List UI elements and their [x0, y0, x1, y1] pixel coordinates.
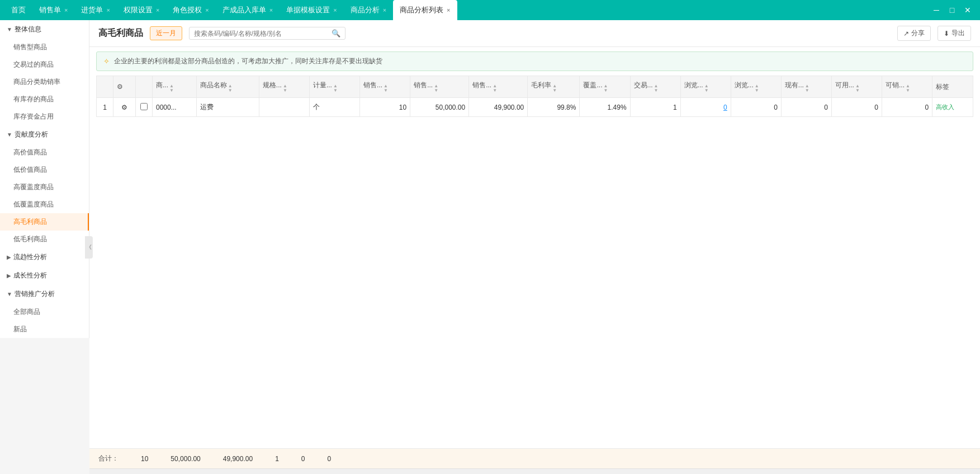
cell-sales_cost-0: 49,900.00	[469, 98, 528, 117]
nav-item-1[interactable]: 销售单×	[32, 0, 74, 20]
sidebar-group-0[interactable]: ▼整体信息	[0, 20, 89, 39]
maximize-btn[interactable]: □	[944, 2, 960, 18]
export-icon: ⬇	[944, 30, 949, 37]
collapse-sidebar-btn[interactable]: 《	[85, 236, 93, 259]
nav-close-7[interactable]: ×	[383, 7, 386, 13]
nav-item-4[interactable]: 角色授权×	[166, 0, 215, 20]
footer-stock-avail: 0	[328, 455, 332, 463]
nav-item-8[interactable]: 商品分析列表×	[393, 0, 457, 20]
col-sales_cost[interactable]: 销售...▲▼	[469, 76, 528, 98]
cell-tag-0: 高收入	[932, 98, 973, 117]
filter-month-btn[interactable]: 近一月	[150, 26, 182, 40]
col-stock_avail[interactable]: 可用...▲▼	[831, 76, 882, 98]
cell-checkbox-0[interactable]	[136, 98, 153, 117]
info-text: 企业的主要的利润都是这部分商品创造的，可考虑加大推广，同时关注库存是不要出现缺货	[114, 57, 382, 66]
bottom-scrollbar[interactable]	[89, 468, 980, 474]
sidebar-item-1-5[interactable]: 低毛利商品	[0, 231, 89, 248]
sidebar-item-0-0[interactable]: 销售型商品	[0, 39, 89, 56]
top-nav: 首页销售单×进货单×权限设置×角色授权×产成品入库单×单据模板设置×商品分析×商…	[0, 0, 980, 20]
sidebar-item-0-1[interactable]: 交易过的商品	[0, 56, 89, 73]
cell-stock_now-0: 0	[781, 98, 831, 117]
nav-item-7[interactable]: 商品分析×	[344, 0, 393, 20]
col-spec[interactable]: 规格...▲▼	[259, 76, 309, 98]
col-checkbox	[136, 76, 153, 98]
sidebar-item-1-3[interactable]: 低覆盖度商品	[0, 196, 89, 213]
nav-close-1[interactable]: ×	[64, 7, 68, 13]
col-browse2[interactable]: 浏览...▲▼	[731, 76, 781, 98]
search-box: 🔍	[189, 27, 345, 40]
minimize-btn[interactable]: ─	[929, 2, 944, 18]
footer-sales-cost: 49,900.00	[223, 455, 253, 463]
nav-item-5[interactable]: 产成品入库单×	[216, 0, 280, 20]
nav-item-6[interactable]: 单据模板设置×	[280, 0, 343, 20]
cell-sales_amt-0: 50,000.00	[410, 98, 469, 117]
table-container: ⚙商...▲▼商品名称▲▼规格...▲▼计量...▲▼销售...▲▼销售...▲…	[89, 76, 980, 448]
col-no	[97, 76, 113, 98]
cell-trade_count-0: 1	[630, 98, 680, 117]
nav-close-6[interactable]: ×	[333, 7, 337, 13]
search-icon[interactable]: 🔍	[332, 29, 340, 37]
sidebar-item-1-2[interactable]: 高覆盖度商品	[0, 179, 89, 196]
cell-spec-0	[259, 98, 309, 117]
nav-close-2[interactable]: ×	[106, 7, 110, 13]
content-header: 高毛利商品 近一月 🔍 ↗ 分享 ⬇ 导出	[89, 20, 980, 47]
search-input[interactable]	[194, 30, 328, 37]
cell-gross_margin-0: 99.8%	[528, 98, 580, 117]
sidebar-item-0-2[interactable]: 商品分类助销率	[0, 73, 89, 91]
col-sales_qty[interactable]: 销售...▲▼	[360, 76, 410, 98]
cell-code-0: 0000...	[153, 98, 197, 117]
col-browse1[interactable]: 浏览...▲▼	[680, 76, 731, 98]
col-stock_sale[interactable]: 可销...▲▼	[882, 76, 932, 98]
close-btn[interactable]: ✕	[960, 2, 976, 18]
footer-bar: 合计： 1050,000.0049,900.00100	[89, 448, 980, 468]
cell-stock_sale-0: 0	[882, 98, 932, 117]
nav-close-5[interactable]: ×	[269, 7, 273, 13]
sidebar-group-1[interactable]: ▼贡献度分析	[0, 125, 89, 144]
nav-item-0[interactable]: 首页	[4, 0, 32, 20]
cell-browse1-0[interactable]: 0	[680, 98, 731, 117]
cell-settings-0[interactable]: ⚙	[113, 98, 136, 117]
sidebar-item-4-0[interactable]: 全部商品	[0, 303, 89, 321]
cell-name-0: 运费	[196, 98, 259, 117]
col-stock_now[interactable]: 现有...▲▼	[781, 76, 831, 98]
sidebar-group-2[interactable]: ▶流趋性分析	[0, 248, 89, 266]
cell-coverage-0: 1.49%	[580, 98, 630, 117]
table-row: 1⚙0000...运费个1050,000.0049,900.0099.8%1.4…	[97, 98, 973, 117]
nav-close-4[interactable]: ×	[205, 7, 209, 13]
col-sales_amt[interactable]: 销售...▲▼	[410, 76, 469, 98]
sidebar-item-1-4[interactable]: 高毛利商品	[0, 213, 89, 231]
sidebar-group-4[interactable]: ▼营销推广分析	[0, 285, 89, 303]
arrow-icon: ▶	[7, 273, 11, 279]
info-bar: ✧ 企业的主要的利润都是这部分商品创造的，可考虑加大推广，同时关注库存是不要出现…	[96, 51, 973, 71]
col-code[interactable]: 商...▲▼	[153, 76, 197, 98]
col-gross_margin[interactable]: 毛利率▲▼	[528, 76, 580, 98]
sidebar-item-1-0[interactable]: 高价值商品	[0, 144, 89, 161]
cell-unit-0: 个	[309, 98, 359, 117]
sidebar-item-4-1[interactable]: 新品	[0, 321, 89, 338]
sidebar-item-0-3[interactable]: 有库存的商品	[0, 91, 89, 108]
sidebar-item-0-4[interactable]: 库存资金占用	[0, 108, 89, 125]
info-icon: ✧	[103, 57, 110, 65]
footer-sales-qty: 10	[141, 455, 148, 463]
export-btn[interactable]: ⬇ 导出	[938, 26, 971, 41]
nav-item-3[interactable]: 权限设置×	[117, 0, 166, 20]
sidebar-group-3[interactable]: ▶成长性分析	[0, 266, 89, 285]
col-trade_count[interactable]: 交易...▲▼	[630, 76, 680, 98]
arrow-icon: ▼	[7, 26, 12, 32]
arrow-icon: ▶	[7, 254, 11, 260]
nav-item-2[interactable]: 进货单×	[74, 0, 116, 20]
col-coverage[interactable]: 覆盖...▲▼	[580, 76, 630, 98]
nav-close-3[interactable]: ×	[156, 7, 159, 13]
col-settings: ⚙	[113, 76, 136, 98]
nav-close-8[interactable]: ×	[447, 7, 450, 13]
share-btn[interactable]: ↗ 分享	[897, 26, 931, 41]
sidebar-item-1-1[interactable]: 低价值商品	[0, 161, 89, 179]
arrow-icon: ▼	[7, 291, 12, 297]
content-area: 高毛利商品 近一月 🔍 ↗ 分享 ⬇ 导出 ✧ 企业的主要的利润都是这部分商品创…	[89, 20, 980, 474]
col-tag: 标签	[932, 76, 973, 98]
col-name[interactable]: 商品名称▲▼	[196, 76, 259, 98]
footer-sales-amt: 50,000.00	[171, 455, 200, 463]
share-icon: ↗	[903, 30, 909, 37]
col-unit[interactable]: 计量...▲▼	[309, 76, 359, 98]
cell-stock_avail-0: 0	[831, 98, 882, 117]
